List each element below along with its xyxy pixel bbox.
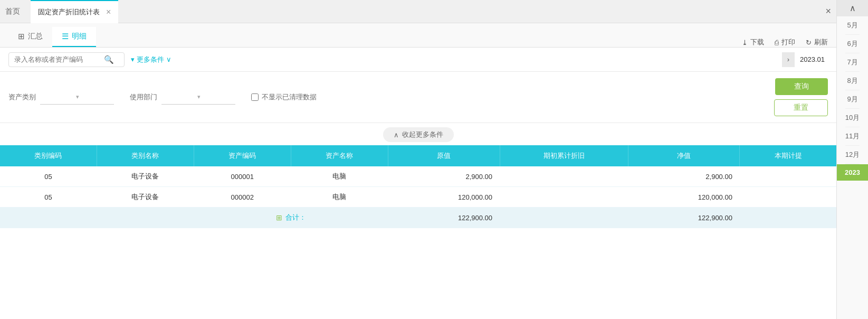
cell-current-depreciation [740,166,836,187]
cell-category-name: 电子设备 [97,166,194,187]
table-row: 05 电子设备 000002 电脑 120,000.00 120,000.00 [0,187,836,208]
sidebar-month-item[interactable]: 7月 [845,53,860,72]
sidebar-months: 5月6月7月8月9月10月11月12月 [845,16,860,164]
cell-asset-code: 000002 [194,187,291,208]
tab-actions: ⤓ 下载 ⎙ 打印 ↻ 刷新 [742,37,828,47]
asset-category-select[interactable]: ▾ [40,90,114,105]
asset-category-label: 资产类别 [8,92,36,102]
cell-current-depreciation [740,187,836,208]
cell-net-value: 120,000.00 [628,187,740,208]
cell-accumulated-depreciation [500,166,628,187]
total-accumulated-depreciation [500,208,628,228]
col-header-net-value: 净值 [628,145,740,166]
sidebar-month-item[interactable]: 9月 [845,90,860,109]
filter-panel: 资产类别 ▾ 使用部门 ▾ 不显示已清理数据 查询 重置 [0,72,836,123]
cell-original-value: 120,000.00 [388,187,500,208]
sidebar-nav-up-button[interactable]: ∧ [837,0,868,16]
col-header-asset-name: 资产名称 [291,145,388,166]
col-header-original-value: 原值 [388,145,500,166]
refresh-action[interactable]: ↻ 刷新 [806,37,828,47]
collapse-more-conditions-button[interactable]: ∧ 收起更多条件 [383,127,454,142]
collapse-label: 收起更多条件 [402,130,443,139]
total-net-value: 122,900.00 [628,208,740,228]
print-label: 打印 [781,37,795,47]
col-header-asset-code: 资产编码 [194,145,291,166]
top-nav-bar: 首页 固定资产折旧统计表 × × [0,0,836,23]
summary-icon: ⊞ [18,32,25,41]
query-button[interactable]: 查询 [775,78,828,95]
download-action[interactable]: ⤓ 下载 [742,37,764,47]
cell-category-name: 电子设备 [97,187,194,208]
right-sidebar: ∧ 5月6月7月8月9月10月11月12月 2023 [836,0,868,319]
col-header-current-depreciation: 本期计提 [740,145,836,166]
filter-icon: ▾ [131,55,135,63]
cell-asset-code: 000001 [194,166,291,187]
cell-category-code: 05 [0,187,97,208]
detail-icon: ☰ [62,32,69,41]
hide-cleared-label: 不显示已清理数据 [262,92,317,102]
close-tab-button[interactable]: × [106,7,111,17]
sidebar-month-item[interactable]: 10月 [845,109,860,127]
table-header-row: 类别编码 类别名称 资产编码 资产名称 原值 期初累计折旧 净值 本期计提 [0,145,836,166]
print-action[interactable]: ⎙ 打印 [775,37,795,47]
sidebar-month-item[interactable]: 8月 [845,72,860,90]
total-current-depreciation [740,208,836,228]
total-text: 合计： [285,213,306,222]
cell-net-value: 2,900.00 [628,166,740,187]
cell-original-value: 2,900.00 [388,166,500,187]
search-icon[interactable]: 🔍 [104,55,114,64]
sidebar-month-item[interactable]: 6月 [845,35,860,53]
asset-category-arrow-icon: ▾ [76,93,79,100]
data-table: 类别编码 类别名称 资产编码 资产名称 原值 期初累计折旧 净值 本期计提 05… [0,145,836,228]
filter-row: 资产类别 ▾ 使用部门 ▾ 不显示已清理数据 查询 重置 [8,78,828,116]
close-window-button[interactable]: × [825,6,831,17]
col-header-category-code: 类别编码 [0,145,97,166]
collapse-icon: ∧ [394,131,399,139]
download-label: 下载 [750,37,764,47]
col-header-category-name: 类别名称 [97,145,194,166]
active-tab[interactable]: 固定资产折旧统计表 × [31,0,118,23]
sidebar-month-item[interactable]: 12月 [845,146,860,164]
sub-tabs-bar: ⊞ 汇总 ☰ 明细 ⤓ 下载 ⎙ 打印 ↻ 刷新 [0,23,836,48]
home-nav-item[interactable]: 首页 [5,7,20,16]
date-nav: › 2023.01 [782,52,828,67]
search-bar: 🔍 ▾ 更多条件 ∨ › 2023.01 [0,48,836,72]
tab-summary-label: 汇总 [28,32,43,41]
tab-summary[interactable]: ⊞ 汇总 [8,27,52,47]
cell-asset-name: 电脑 [291,166,388,187]
cell-asset-name: 电脑 [291,187,388,208]
department-select[interactable]: ▾ [161,90,235,105]
hide-cleared-checkbox[interactable] [251,93,259,101]
date-nav-arrow-button[interactable]: › [782,52,795,67]
tab-label: 固定资产折旧统计表 [38,7,100,17]
refresh-icon: ↻ [806,39,812,46]
department-arrow-icon: ▾ [197,93,201,100]
more-conditions-button[interactable]: ▾ 更多条件 ∨ [131,55,171,64]
download-icon: ⤓ [742,39,748,46]
sidebar-year-badge[interactable]: 2023 [837,164,868,181]
cell-accumulated-depreciation [500,187,628,208]
search-input[interactable] [14,55,104,63]
total-row: ⊞ 合计： 122,900.00 122,900.00 [0,208,836,228]
department-label: 使用部门 [130,92,157,102]
total-label-main: ⊞ 合计： [194,208,388,228]
hide-cleared-checkbox-wrap: 不显示已清理数据 [251,92,317,102]
date-nav-value: 2023.01 [797,55,828,63]
tab-detail[interactable]: ☰ 明细 [52,27,96,47]
data-table-wrap: 类别编码 类别名称 资产编码 资产名称 原值 期初累计折旧 净值 本期计提 05… [0,145,836,319]
col-header-accumulated-depreciation: 期初累计折旧 [500,145,628,166]
sidebar-month-item[interactable]: 11月 [845,127,860,146]
filter-buttons: 查询 重置 [774,78,828,116]
print-icon: ⎙ [775,39,779,46]
asset-category-field: 资产类别 ▾ [8,90,114,105]
search-input-wrap[interactable]: 🔍 [8,52,125,67]
reset-button[interactable]: 重置 [774,99,828,116]
sidebar-month-item[interactable]: 5月 [845,16,860,35]
department-field: 使用部门 ▾ [130,90,235,105]
collapse-bar: ∧ 收起更多条件 [0,123,836,145]
chevron-down-icon: ∨ [166,55,171,63]
tab-detail-label: 明细 [72,32,87,41]
refresh-label: 刷新 [814,37,828,47]
total-label-cell [0,208,194,228]
cell-category-code: 05 [0,166,97,187]
